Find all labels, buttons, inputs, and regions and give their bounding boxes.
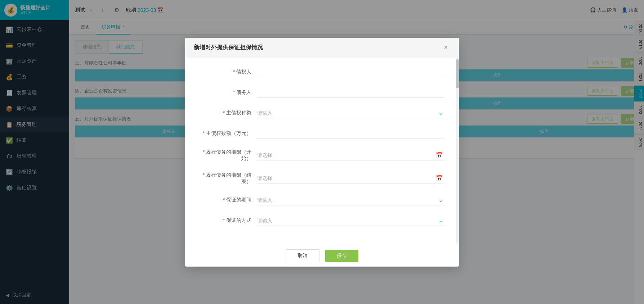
main-debt-amount-label-text: 主债权数额（万元）	[206, 130, 251, 136]
debt-period-end-input[interactable]	[257, 173, 444, 183]
creditor-label: * 债权人	[200, 69, 257, 75]
main-debt-type-label-text: 主债权种类	[226, 110, 251, 115]
debt-period-end-required-mark: *	[203, 172, 205, 178]
main-debt-type-select-wrapper: ⌄	[257, 108, 444, 118]
dialog-title: 新增对外提供保证担保情况	[194, 44, 263, 51]
guarantee-period-required-mark: *	[223, 197, 225, 203]
dialog-footer: 取消 保存	[185, 245, 459, 267]
debtor-required-mark: *	[233, 89, 235, 95]
debtor-label: * 债务人	[200, 89, 257, 96]
debt-period-start-row: * 履行债务的期限（开始） 📅	[200, 149, 444, 162]
debt-period-start-input[interactable]	[257, 150, 444, 160]
main-debt-amount-input[interactable]	[257, 128, 444, 139]
main-debt-type-input[interactable]	[257, 108, 444, 118]
guarantee-method-label-text: 保证的方式	[226, 217, 251, 223]
guarantee-period-label: * 保证的期间	[200, 197, 257, 203]
guarantee-period-select-wrapper: ⌄	[257, 195, 444, 205]
main-debt-amount-required-mark: *	[203, 130, 205, 136]
main-debt-type-label: * 主债权种类	[200, 110, 257, 116]
dialog-close-button[interactable]: ×	[442, 44, 450, 52]
guarantee-method-select-wrapper: ⌄	[257, 215, 444, 226]
creditor-required-mark: *	[233, 69, 235, 74]
creditor-input[interactable]	[257, 67, 444, 77]
guarantee-method-required-mark: *	[223, 217, 225, 223]
guarantee-method-label: * 保证的方式	[200, 217, 257, 224]
save-button[interactable]: 保存	[325, 250, 358, 262]
guarantee-period-input[interactable]	[257, 195, 444, 205]
main-debt-amount-label: * 主债权数额（万元）	[200, 130, 257, 137]
debt-period-start-wrapper: 📅	[257, 150, 444, 160]
dialog-scrollbar-track	[456, 58, 459, 244]
add-guarantee-dialog: 新增对外提供保证担保情况 × * 债权人 * 债务人	[185, 38, 459, 267]
debtor-label-text: 债务人	[236, 89, 251, 95]
debt-period-start-label: * 履行债务的期限（开始）	[200, 149, 257, 162]
debt-period-end-label-text: 履行债务的期限（结束）	[206, 172, 251, 184]
guarantee-period-label-text: 保证的期间	[226, 197, 251, 203]
debtor-input[interactable]	[257, 87, 444, 98]
debt-period-end-wrapper: 📅	[257, 173, 444, 183]
guarantee-method-input[interactable]	[257, 215, 444, 226]
creditor-label-text: 债权人	[236, 69, 251, 74]
dialog-overlay: 新增对外提供保证担保情况 × * 债权人 * 债务人	[0, 0, 644, 304]
dialog-body: * 债权人 * 债务人 * 主债权种类	[185, 58, 459, 245]
main-debt-amount-row: * 主债权数额（万元）	[200, 128, 444, 139]
dialog-scrollbar-thumb	[456, 59, 459, 88]
creditor-row: * 债权人	[200, 67, 444, 77]
guarantee-period-row: * 保证的期间 ⌄	[200, 195, 444, 205]
debt-period-start-label-text: 履行债务的期限（开始）	[206, 149, 251, 161]
cancel-button[interactable]: 取消	[286, 249, 319, 262]
dialog-header: 新增对外提供保证担保情况 ×	[185, 38, 459, 58]
debt-period-end-label: * 履行债务的期限（结束）	[200, 172, 257, 185]
debtor-row: * 债务人	[200, 87, 444, 98]
main-debt-type-row: * 主债权种类 ⌄	[200, 108, 444, 118]
main-debt-type-required-mark: *	[223, 110, 225, 115]
debt-period-start-required-mark: *	[203, 149, 205, 155]
guarantee-method-row: * 保证的方式 ⌄	[200, 215, 444, 226]
debt-period-end-row: * 履行债务的期限（结束） 📅	[200, 172, 444, 185]
